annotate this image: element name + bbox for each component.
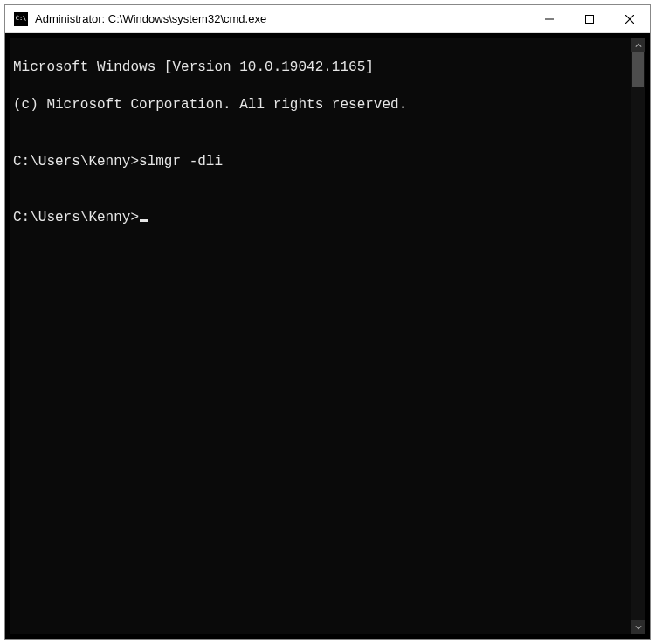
svg-rect-0 (545, 18, 554, 19)
chevron-up-icon (635, 42, 642, 49)
vertical-scrollbar[interactable] (631, 38, 645, 634)
cmd-icon (14, 12, 28, 26)
output-line: Microsoft Windows [Version 10.0.19042.11… (13, 59, 627, 78)
close-icon (625, 15, 634, 24)
prompt-path: C:\Users\Kenny> (13, 210, 139, 225)
maximize-icon (585, 15, 594, 24)
chevron-down-icon (635, 624, 642, 631)
prompt-path: C:\Users\Kenny> (13, 154, 139, 170)
prompt-line: C:\Users\Kenny> (13, 209, 627, 228)
window-title: Administrator: C:\Windows\system32\cmd.e… (35, 12, 529, 25)
svg-rect-1 (586, 15, 594, 23)
text-cursor (140, 219, 148, 222)
minimize-icon (545, 15, 554, 24)
scroll-thumb[interactable] (632, 52, 644, 87)
scroll-track[interactable] (631, 52, 645, 620)
window-controls (529, 5, 650, 32)
console-client-area: Microsoft Windows [Version 10.0.19042.11… (5, 33, 650, 639)
scroll-up-button[interactable] (631, 38, 645, 52)
cmd-window: Administrator: C:\Windows\system32\cmd.e… (4, 4, 651, 640)
close-button[interactable] (610, 5, 650, 32)
titlebar[interactable]: Administrator: C:\Windows\system32\cmd.e… (5, 5, 650, 33)
maximize-button[interactable] (569, 5, 610, 32)
prompt-command: slmgr -dli (139, 154, 223, 170)
minimize-button[interactable] (529, 5, 569, 32)
console-output[interactable]: Microsoft Windows [Version 10.0.19042.11… (10, 38, 631, 634)
output-line: (c) Microsoft Corporation. All rights re… (13, 96, 627, 115)
prompt-line: C:\Users\Kenny>slmgr -dli (13, 153, 627, 172)
scroll-down-button[interactable] (631, 620, 645, 634)
